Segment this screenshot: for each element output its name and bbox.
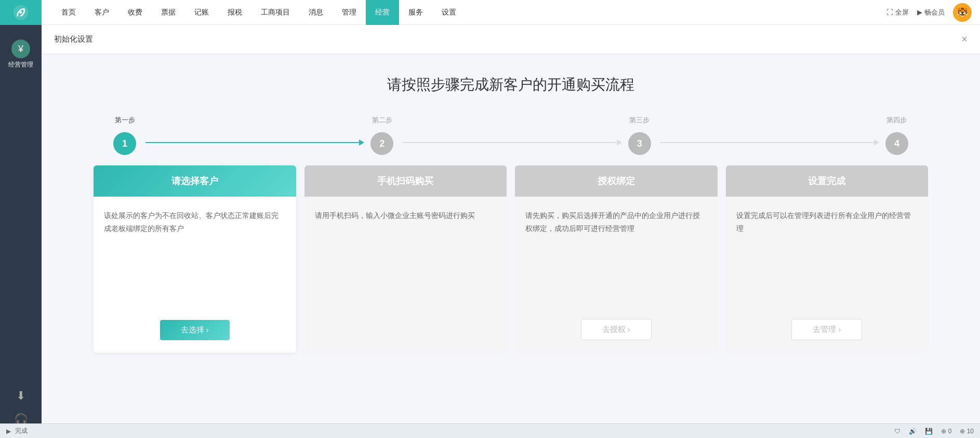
top-nav: 首页 客户 收费 票据 记账 报税 工商项目 消息 管理 经营 服务 设置 ⛶ … [0,0,980,25]
nav-service[interactable]: 服务 [399,0,432,25]
card-2-header: 手机扫码购买 [304,165,507,197]
card-3-body: 请先购买，购买后选择开通的产品中的企业用户进行授权绑定，成功后即可进行经营管理 [515,197,718,311]
card-4-body: 设置完成后可以在管理列表进行所有企业用户的经营管理 [726,197,929,311]
step-2-label: 第二步 [372,115,392,125]
go-authorize-button[interactable]: 去授权 › [581,319,652,340]
step-1-circle: 1 [113,132,136,155]
sidebar-operation[interactable]: ¥ 经营管理 [0,33,42,75]
card-2-footer [304,332,507,353]
nav-tax[interactable]: 报税 [218,0,251,25]
network-0: ⊕ 0 [941,428,951,435]
flow-title: 请按照步骤完成新客户的开通购买流程 [73,75,949,95]
arrow-2 [403,142,618,143]
status-label: 完成 [15,427,28,435]
fullscreen-label: 全屏 [895,8,909,17]
step-1-wrap: 第一步 1 [104,115,145,155]
card-3-text: 请先购买，购买后选择开通的产品中的企业用户进行授权绑定，成功后即可进行经营管理 [525,211,700,233]
cards-row: 请选择客户 该处展示的客户为不在回收站、客户状态正常建账后完成老板端绑定的所有客… [73,165,949,353]
step-4-label: 第四步 [886,115,907,125]
step-2-circle: 2 [370,132,393,155]
step-4-wrap: 第四步 4 [876,115,918,155]
content-area: 请按照步骤完成新客户的开通购买流程 第一步 1 第二步 2 [42,54,980,373]
step-2-wrap: 第二步 2 [361,115,403,155]
card-2-text: 请用手机扫码，输入小微企业主账号密码进行购买 [315,211,475,220]
page-title: 初始化设置 [54,34,93,44]
status-bar-left: ▶ 完成 [6,427,28,435]
play-icon: ▶ [917,8,922,16]
nav-fee[interactable]: 收费 [118,0,152,25]
card-2: 手机扫码购买 请用手机扫码，输入小微企业主账号密码进行购买 [304,165,507,353]
volume-icon: 🔊 [909,428,917,435]
save-icon: 💾 [925,428,933,435]
card-4-text: 设置完成后可以在管理列表进行所有企业用户的经营管理 [736,211,911,233]
nav-logo [0,0,42,25]
card-1-body: 该处展示的客户为不在回收站、客户状态正常建账后完成老板端绑定的所有客户 [94,197,296,312]
step-1-label: 第一步 [115,115,135,125]
card-2-body: 请用手机扫码，输入小微企业主账号密码进行购买 [304,197,507,332]
card-1-footer: 去选择 › [94,312,296,353]
download-icon[interactable]: ⬇ [13,386,29,406]
card-3-title: 授权绑定 [598,176,635,186]
member-button[interactable]: ▶ 畅会员 [917,8,945,17]
step-4-circle: 4 [885,132,908,155]
card-1-text: 该处展示的客户为不在回收站、客户状态正常建账后完成老板端绑定的所有客户 [104,211,279,233]
nav-message[interactable]: 消息 [299,0,333,25]
network-10: ⊕ 10 [960,428,974,435]
shield-icon: 🛡 [894,428,900,435]
arrow-3 [660,142,876,143]
card-4-title: 设置完成 [808,176,845,186]
arrow-1 [145,142,361,143]
step-3-circle: 3 [628,132,651,155]
card-4: 设置完成 设置完成后可以在管理列表进行所有企业用户的经营管理 去管理 › [726,165,929,353]
nav-industrial[interactable]: 工商项目 [251,0,299,25]
go-manage-label: 去管理 › [813,325,841,334]
step-1-number: 1 [122,138,127,149]
card-3: 授权绑定 请先购买，购买后选择开通的产品中的企业用户进行授权绑定，成功后即可进行… [515,165,718,353]
main-content: 初始化设置 × 请按照步骤完成新客户的开通购买流程 第一步 1 第二步 2 [42,25,980,423]
card-3-header: 授权绑定 [515,165,718,197]
go-authorize-label: 去授权 › [602,325,630,334]
step-3-wrap: 第三步 3 [619,115,660,155]
step-3-number: 3 [637,138,642,149]
card-4-footer: 去管理 › [726,311,929,353]
card-2-title: 手机扫码购买 [377,176,433,186]
sidebar-label: 经营管理 [8,60,33,69]
sidebar: ¥ 经营管理 ⬇ 🎧 [0,25,42,438]
card-4-header: 设置完成 [726,165,929,197]
step-2-number: 2 [379,138,385,149]
page-header: 初始化设置 × [42,25,980,54]
svg-point-1 [20,11,22,14]
avatar[interactable]: 🐯 [953,3,972,22]
nav-customer[interactable]: 客户 [85,0,118,25]
nav-bookkeeping[interactable]: 记账 [185,0,218,25]
step-4-number: 4 [894,138,899,149]
nav-items: 首页 客户 收费 票据 记账 报税 工商项目 消息 管理 经营 服务 设置 [42,0,886,25]
yen-icon: ¥ [11,40,30,58]
steps-row: 第一步 1 第二步 2 第三步 3 [73,115,949,155]
close-button[interactable]: × [961,33,968,45]
card-1-title: 请选择客户 [171,176,218,186]
status-bar-right: 🛡 🔊 💾 ⊕ 0 ⊕ 10 [894,428,974,435]
nav-settings[interactable]: 设置 [432,0,466,25]
go-select-label: 去选择 › [181,325,209,335]
card-3-footer: 去授权 › [515,311,718,353]
nav-operation[interactable]: 经营 [366,0,399,25]
nav-right: ⛶ 全屏 ▶ 畅会员 🐯 [886,3,980,22]
fullscreen-icon: ⛶ [886,8,893,16]
go-select-button[interactable]: 去选择 › [160,320,230,340]
go-manage-button[interactable]: 去管理 › [791,319,862,340]
fullscreen-button[interactable]: ⛶ 全屏 [886,8,909,17]
nav-home[interactable]: 首页 [52,0,85,25]
nav-manage[interactable]: 管理 [333,0,366,25]
card-1: 请选择客户 该处展示的客户为不在回收站、客户状态正常建账后完成老板端绑定的所有客… [94,165,296,353]
card-1-header: 请选择客户 [94,165,296,197]
nav-invoice[interactable]: 票据 [152,0,185,25]
status-play-icon: ▶ [6,428,11,435]
step-3-label: 第三步 [629,115,650,125]
member-label: 畅会员 [924,8,945,17]
status-bar: ▶ 完成 🛡 🔊 💾 ⊕ 0 ⊕ 10 [0,423,980,438]
